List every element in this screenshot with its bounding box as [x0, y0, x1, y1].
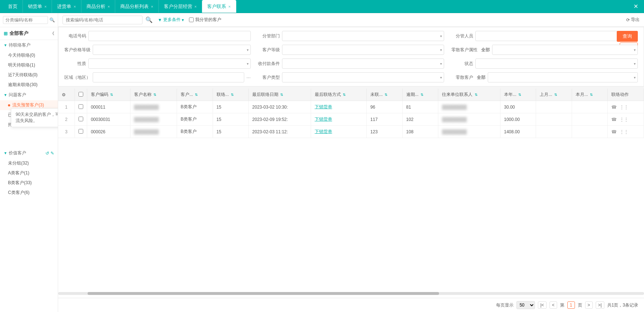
tab-product-analysis[interactable]: 商品分析 × [81, 0, 115, 13]
sidebar-search-input[interactable] [3, 16, 48, 24]
row-action-0[interactable]: ☎ ⋮⋮ [608, 101, 644, 113]
this-month-sort-icon[interactable]: ⇅ [590, 93, 593, 97]
tab-customer-tier[interactable]: 客户分层经营 × [159, 0, 202, 13]
filter-search-button[interactable]: 🔍 [145, 16, 153, 23]
sidebar-item-ungroup[interactable]: 未分组(32) [0, 158, 58, 168]
name-sort-icon[interactable]: ⇅ [153, 93, 156, 97]
last-date-sort-icon[interactable]: ⇅ [280, 93, 283, 97]
tab-product-analysis-list[interactable]: 商品分析列表 × [115, 0, 158, 13]
row-action-1[interactable]: ☎ ⋮⋮ [608, 113, 644, 126]
action-more-icon-2[interactable]: ⋮⋮ [620, 129, 628, 134]
window-close-icon[interactable]: ✕ [631, 3, 641, 10]
first-page-button[interactable]: |< [538, 301, 547, 309]
contact-sort-icon[interactable]: ⇅ [231, 93, 234, 97]
select-all-checkbox[interactable] [79, 92, 83, 97]
filter-search-input[interactable] [63, 16, 142, 24]
tab-sales-order[interactable]: 销货单 × [23, 0, 52, 13]
row-checkbox-2[interactable] [79, 129, 83, 134]
all-customers-header[interactable]: ⊞ 全部客户 《 [0, 27, 58, 40]
add-group-icon[interactable]: ↺ [45, 151, 49, 156]
action-more-icon-1[interactable]: ⋮⋮ [620, 117, 628, 122]
tab-customer-tier-close[interactable]: × [194, 4, 197, 9]
person-sort-icon[interactable]: ⇅ [475, 93, 478, 97]
price-level-select[interactable] [93, 45, 251, 55]
sidebar-item-b-customers[interactable]: B类客户(33) [0, 178, 58, 188]
export-button[interactable]: ⟳ 导出 [626, 17, 640, 23]
row-last-method-2[interactable]: 下销货单 [311, 126, 366, 138]
row-checkbox-cell-0[interactable] [75, 101, 87, 113]
table-row: 2 00030031 ████████ B类客户 15 2023-02-09 1… [58, 113, 644, 126]
customer-type-select[interactable] [282, 72, 444, 82]
per-page-select[interactable]: 50 100 200 [516, 301, 535, 309]
area-dots-icon[interactable]: ··· [246, 74, 251, 80]
row-last-method-1[interactable]: 下销货单 [311, 113, 366, 126]
sidebar-item-tomorrow-contact[interactable]: 明天待联络(1) [0, 60, 58, 70]
last-month-sort-icon[interactable]: ⇅ [554, 93, 557, 97]
collapse-icon[interactable]: 《 [50, 31, 54, 36]
sidebar-item-c-customers[interactable]: C类客户(6) [0, 188, 58, 198]
row-category-1: B类客户 [177, 113, 213, 126]
action-contact-icon-0[interactable]: ☎ [611, 105, 617, 110]
zero-customer-select[interactable] [488, 72, 638, 82]
action-more-icon-0[interactable]: ⋮⋮ [620, 105, 628, 110]
this-year-sort-icon[interactable]: ⇅ [518, 93, 521, 97]
pending-contact-section[interactable]: ▼ 待联络客户 [0, 40, 58, 50]
th-last-month: 上月... ⇅ [536, 89, 572, 101]
action-contact-icon-2[interactable]: ☎ [611, 129, 617, 134]
sidebar-item-a-customers[interactable]: A类客户(1) [0, 168, 58, 178]
th-settings[interactable]: ⚙ [58, 89, 75, 101]
status-select[interactable] [475, 58, 638, 69]
at-risk-section[interactable]: ▼ 问题客户 [0, 90, 58, 100]
category-sort-icon[interactable]: ⇅ [195, 93, 198, 97]
th-code: 客户编码 ⇅ [87, 89, 130, 101]
tab-customer-contact-close[interactable]: × [228, 4, 230, 9]
zero-attr-select[interactable] [492, 45, 638, 55]
last-page-button[interactable]: >| [596, 301, 604, 309]
more-conditions-button[interactable]: ▼ 更多条件 ▾ [156, 15, 186, 24]
tab-purchase-order-close[interactable]: × [73, 4, 76, 9]
row-num-0: 1 [58, 101, 75, 113]
tab-product-analysis-close[interactable]: × [108, 4, 110, 9]
gender-select[interactable] [88, 58, 251, 69]
row-code-1: 00030031 [87, 113, 130, 126]
sidebar-item-7day-contact[interactable]: 近7天待联络(0) [0, 70, 58, 80]
sidebar-item-today-contact[interactable]: 今天待联络(0) [0, 50, 58, 60]
tab-sales-order-close[interactable]: × [44, 4, 47, 9]
last-method-sort-icon[interactable]: ⇅ [343, 93, 346, 97]
tab-product-analysis-list-close[interactable]: × [151, 4, 153, 9]
action-contact-icon-1[interactable]: ☎ [611, 117, 617, 122]
row-checkbox-cell-2[interactable] [75, 126, 87, 138]
row-checkbox-cell-1[interactable] [75, 113, 87, 126]
payment-select[interactable] [282, 58, 444, 69]
price-level-select-wrapper: ▾ [93, 45, 251, 55]
assignee-input[interactable] [475, 31, 631, 41]
row-this-month-1 [572, 113, 608, 126]
row-checkbox-0[interactable] [79, 104, 83, 109]
customer-type-select-wrapper: ▾ [282, 72, 444, 82]
zero-attr-label: 零散客户属性 [451, 47, 478, 53]
query-button[interactable]: 查询 [617, 31, 638, 42]
area-input[interactable] [93, 72, 244, 82]
bottom-scrollbar[interactable] [58, 291, 644, 298]
dept-select[interactable] [282, 31, 444, 41]
phone-input[interactable] [88, 31, 251, 41]
code-sort-icon[interactable]: ⇅ [110, 93, 113, 97]
tab-customer-contact[interactable]: 客户联系 × [202, 0, 236, 13]
th-checkbox[interactable] [75, 89, 87, 101]
tab-purchase-order[interactable]: 进货单 × [52, 0, 81, 13]
prev-page-button[interactable]: < [550, 301, 557, 309]
overdue-sort-icon[interactable]: ⇅ [420, 93, 423, 97]
my-customers-checkbox-label[interactable]: 我分管的客户 [189, 17, 221, 23]
value-customers-section[interactable]: ▼ 价值客户 ↺ ✎ [0, 148, 58, 158]
uncontacted-sort-icon[interactable]: ⇅ [385, 93, 387, 97]
row-checkbox-1[interactable] [79, 117, 83, 121]
row-last-method-0[interactable]: 下销货单 [311, 101, 366, 113]
sidebar-search-icon[interactable]: 🔍 [49, 17, 55, 23]
edit-group-icon[interactable]: ✎ [51, 151, 54, 156]
customer-level-select[interactable] [282, 45, 444, 55]
next-page-button[interactable]: > [585, 301, 593, 309]
tab-home[interactable]: 首页 [3, 0, 23, 13]
row-action-2[interactable]: ☎ ⋮⋮ [608, 126, 644, 138]
my-customers-checkbox[interactable] [189, 17, 194, 22]
sidebar-item-overdue-contact[interactable]: 逾期未联络(30) [0, 80, 58, 90]
